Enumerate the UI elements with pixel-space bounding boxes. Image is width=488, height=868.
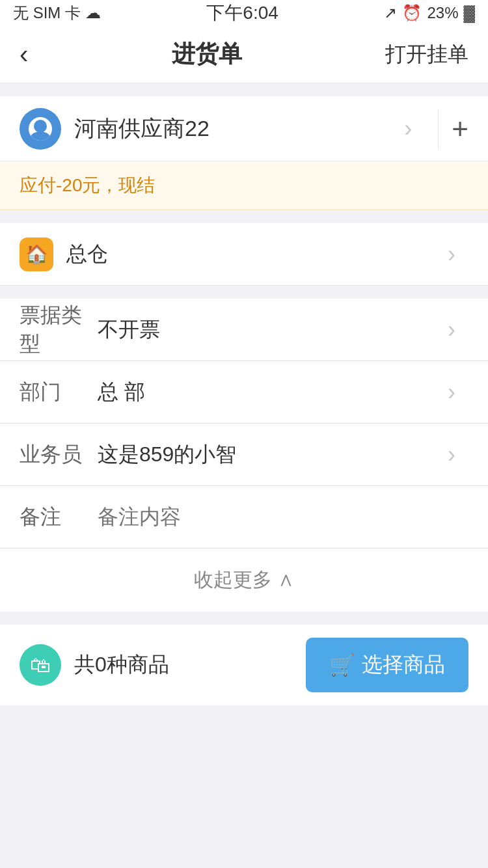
add-supplier-button[interactable]: + [452,113,468,145]
warehouse-chevron-icon: › [448,241,455,268]
vertical-divider [438,109,439,148]
shopping-bag-icon: 🛍 [30,653,51,677]
remark-label: 备注 [20,503,98,532]
supplier-row[interactable]: 河南供应商22 › + [0,96,488,161]
status-bar-time: 下午6:04 [206,1,278,25]
gap-3 [0,286,488,299]
warehouse-row[interactable]: 🏠 总仓 › [0,223,488,286]
invoice-type-label: 票据类型 [20,301,98,359]
battery-icon: ▓ [464,4,476,22]
status-bar-right: ↗ ⏰ 23% ▓ [384,4,475,22]
back-button[interactable]: ‹ [20,40,28,69]
gap-2 [0,210,488,223]
department-chevron-icon: › [448,379,455,406]
invoice-type-chevron-icon: › [448,316,455,344]
collapse-button[interactable]: 收起更多 ∧ [0,549,488,612]
page-title: 进货单 [172,38,242,70]
invoice-type-row[interactable]: 票据类型 不开票 › [0,299,488,361]
status-bar: 无 SIM 卡 ☁ 下午6:04 ↗ ⏰ 23% ▓ [0,0,488,26]
remark-row[interactable]: 备注 [0,486,488,549]
product-count-label: 共0种商品 [74,651,306,679]
invoice-type-value: 不开票 [98,316,448,344]
remark-input[interactable] [98,505,468,529]
battery-label: 23% [427,4,458,22]
avatar-person-icon [29,117,52,141]
salesperson-row[interactable]: 业务员 这是859的小智 › [0,424,488,486]
warehouse-icon-bg: 🏠 [20,237,53,271]
nav-bar: ‹ 进货单 打开挂单 [0,26,488,83]
warehouse-value: 总仓 [66,240,448,269]
select-product-cart-icon: 🛒 [329,653,355,677]
alarm-icon: ⏰ [402,4,422,22]
gap-top [0,83,488,96]
select-product-button[interactable]: 🛒 选择商品 [306,638,468,692]
salesperson-chevron-icon: › [448,441,455,468]
product-icon-bg: 🛍 [20,644,61,686]
sim-label: 无 SIM 卡 ☁ [13,3,101,23]
supplier-section: 河南供应商22 › + 应付-20元，现结 [0,96,488,210]
warehouse-section: 🏠 总仓 › [0,223,488,286]
notice-bar: 应付-20元，现结 [0,161,488,210]
product-bar: 🛍 共0种商品 🛒 选择商品 [0,625,488,705]
select-product-label: 选择商品 [362,651,445,679]
form-section: 票据类型 不开票 › 部门 总 部 › 业务员 这是859的小智 › 备注 收起… [0,299,488,612]
salesperson-value: 这是859的小智 [98,441,448,469]
supplier-chevron-icon: › [404,115,412,142]
department-row[interactable]: 部门 总 部 › [0,361,488,424]
status-bar-left: 无 SIM 卡 ☁ [13,3,101,23]
open-pending-button[interactable]: 打开挂单 [385,40,468,69]
collapse-label: 收起更多 ∧ [194,569,293,590]
supplier-name: 河南供应商22 [74,114,404,144]
house-icon: 🏠 [25,243,48,265]
location-icon: ↗ [384,4,397,22]
notice-text: 应付-20元，现结 [20,175,155,195]
supplier-avatar [20,108,61,150]
salesperson-label: 业务员 [20,441,98,469]
department-value: 总 部 [98,378,448,407]
department-label: 部门 [20,378,98,407]
